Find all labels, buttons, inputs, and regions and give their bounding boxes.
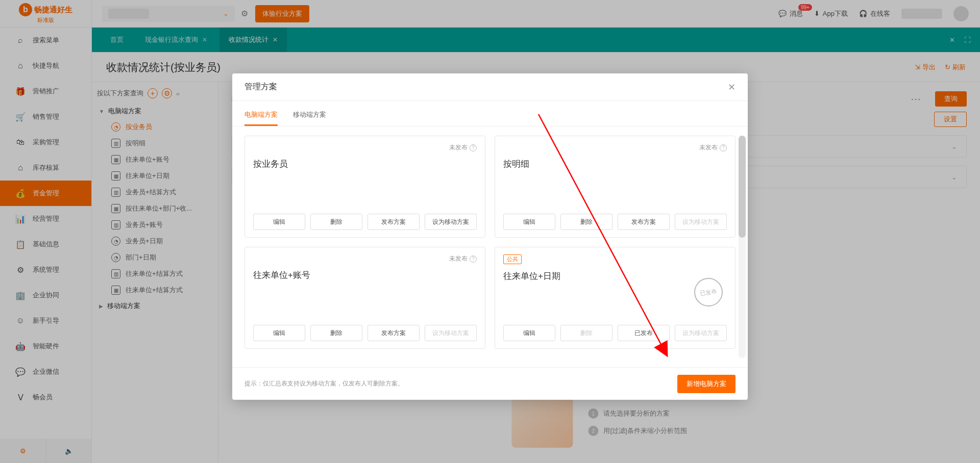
- card-btn[interactable]: 发布方案: [368, 214, 420, 230]
- public-tag: 公共: [503, 254, 522, 264]
- modal-tab-desktop[interactable]: 电脑端方案: [244, 110, 278, 126]
- card-btn-disabled: 设为移动方案: [425, 325, 477, 341]
- scheme-card-0: 未发布 ?按业务员编辑删除发布方案设为移动方案: [244, 136, 485, 238]
- card-title: 按明细: [503, 158, 727, 170]
- scheme-card-3: 公共往来单位+日期已发布编辑删除已发布设为移动方案: [495, 247, 736, 349]
- card-btn[interactable]: 发布方案: [618, 214, 670, 230]
- scheme-card-1: 未发布 ?按明细编辑删除发布方案设为移动方案: [495, 136, 736, 238]
- status-text: 未发布 ?: [449, 254, 477, 263]
- card-title: 往来单位+日期: [503, 270, 727, 282]
- status-text: 未发布 ?: [449, 143, 477, 152]
- card-btn[interactable]: 发布方案: [368, 325, 420, 341]
- card-btn[interactable]: 设为移动方案: [425, 214, 477, 230]
- card-btn[interactable]: 删除: [310, 325, 362, 341]
- help-icon[interactable]: ?: [470, 144, 477, 151]
- modal-tip: 提示：仅汇总表支持设为移动方案，仅发布人可删除方案。: [244, 379, 404, 388]
- card-btn[interactable]: 删除: [310, 214, 362, 230]
- scheme-card-2: 未发布 ?往来单位+账号编辑删除发布方案设为移动方案: [244, 247, 485, 349]
- card-btn[interactable]: 编辑: [253, 214, 305, 230]
- card-btn-disabled: 设为移动方案: [675, 325, 727, 341]
- card-btn[interactable]: 编辑: [253, 325, 305, 341]
- card-btn[interactable]: 编辑: [503, 214, 555, 230]
- close-icon[interactable]: ✕: [728, 82, 736, 93]
- help-icon[interactable]: ?: [470, 255, 477, 263]
- modal-scrollbar-thumb[interactable]: [739, 136, 746, 238]
- modal-title: 管理方案: [244, 82, 277, 92]
- manage-scheme-modal: 管理方案 ✕ 电脑端方案 移动端方案 未发布 ?按业务员编辑删除发布方案设为移动…: [232, 73, 748, 400]
- help-icon[interactable]: ?: [720, 144, 727, 151]
- card-title: 按业务员: [253, 158, 477, 170]
- card-btn[interactable]: 已发布: [618, 325, 670, 341]
- card-btn[interactable]: 删除: [560, 214, 612, 230]
- card-btn-disabled: 删除: [560, 325, 612, 341]
- card-title: 往来单位+账号: [253, 269, 477, 281]
- add-desktop-scheme-button[interactable]: 新增电脑方案: [677, 375, 736, 393]
- status-text: 未发布 ?: [699, 143, 727, 152]
- card-btn-disabled: 设为移动方案: [675, 214, 727, 230]
- card-btn[interactable]: 编辑: [503, 325, 555, 341]
- modal-tab-mobile[interactable]: 移动端方案: [293, 110, 326, 126]
